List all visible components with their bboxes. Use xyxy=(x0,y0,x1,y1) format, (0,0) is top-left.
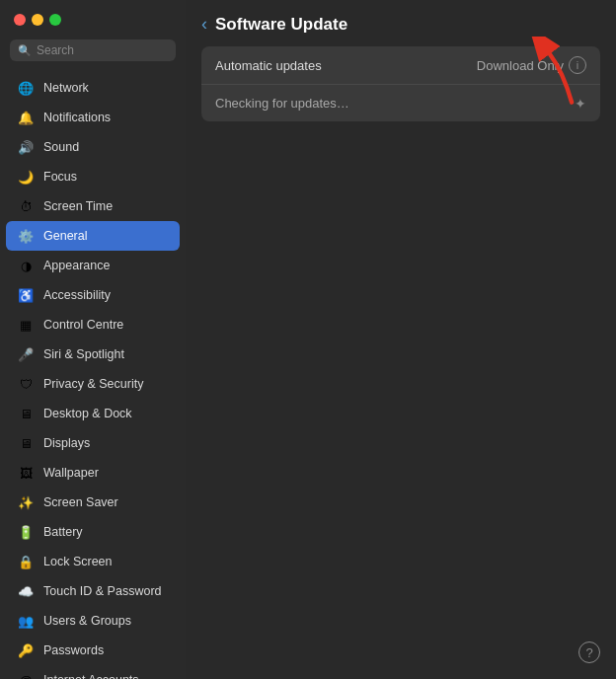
main-content: ‹ Software Update Automatic updates Down… xyxy=(186,0,616,679)
maximize-button[interactable] xyxy=(49,14,61,26)
control-centre-icon: ▦ xyxy=(16,315,36,335)
sidebar-item-siri-spotlight[interactable]: 🎤Siri & Spotlight xyxy=(6,340,180,369)
sidebar-item-label-network: Network xyxy=(43,81,89,95)
sidebar-item-label-sound: Sound xyxy=(43,140,79,154)
notifications-icon: 🔔 xyxy=(16,108,36,127)
sidebar-item-lock-screen[interactable]: 🔒Lock Screen xyxy=(6,547,180,576)
wallpaper-icon: 🖼 xyxy=(16,463,36,483)
sidebar-item-network[interactable]: 🌐Network xyxy=(6,73,180,103)
sidebar-item-label-lock-screen: Lock Screen xyxy=(43,555,112,568)
sidebar-item-notifications[interactable]: 🔔Notifications xyxy=(6,103,180,132)
sidebar-item-label-focus: Focus xyxy=(43,170,77,184)
sidebar-item-accessibility[interactable]: ♿Accessibility xyxy=(6,280,180,310)
displays-icon: 🖥 xyxy=(16,433,36,453)
checking-label: Checking for updates… xyxy=(215,96,349,111)
sidebar-list: 🌐Network🔔Notifications🔊Sound🌙Focus⏱Scree… xyxy=(0,71,186,679)
sidebar-item-label-accessibility: Accessibility xyxy=(43,288,111,302)
sidebar-item-desktop-dock[interactable]: 🖥Desktop & Dock xyxy=(6,399,180,428)
sidebar-item-displays[interactable]: 🖥Displays xyxy=(6,428,180,458)
search-input[interactable] xyxy=(37,43,168,57)
passwords-icon: 🔑 xyxy=(16,641,36,660)
sidebar-item-label-touch-id: Touch ID & Password xyxy=(43,584,162,598)
sound-icon: 🔊 xyxy=(16,137,36,157)
sidebar-item-label-displays: Displays xyxy=(43,436,90,450)
minimize-button[interactable] xyxy=(32,14,43,26)
sidebar: 🔍 🌐Network🔔Notifications🔊Sound🌙Focus⏱Scr… xyxy=(0,0,186,679)
sidebar-item-label-screen-time: Screen Time xyxy=(43,199,113,213)
desktop-dock-icon: 🖥 xyxy=(16,404,36,423)
screen-time-icon: ⏱ xyxy=(16,196,36,216)
info-button[interactable]: i xyxy=(569,56,586,74)
sidebar-item-label-general: General xyxy=(43,229,87,243)
users-groups-icon: 👥 xyxy=(16,611,36,631)
internet-accounts-icon: @ xyxy=(16,670,36,679)
sidebar-item-battery[interactable]: 🔋Battery xyxy=(6,517,180,547)
sidebar-item-label-internet-accounts: Internet Accounts xyxy=(43,673,139,679)
accessibility-icon: ♿ xyxy=(16,285,36,305)
spinner-icon: ✦ xyxy=(575,96,586,112)
automatic-updates-value: Download Only i xyxy=(477,56,586,74)
sidebar-item-focus[interactable]: 🌙Focus xyxy=(6,162,180,191)
sidebar-item-wallpaper[interactable]: 🖼Wallpaper xyxy=(6,458,180,488)
traffic-lights xyxy=(0,0,186,34)
download-only-text: Download Only xyxy=(477,58,564,73)
sidebar-item-privacy-security[interactable]: 🛡Privacy & Security xyxy=(6,369,180,399)
appearance-icon: ◑ xyxy=(16,256,36,275)
sidebar-item-label-passwords: Passwords xyxy=(43,643,104,657)
back-button[interactable]: ‹ xyxy=(201,14,207,35)
privacy-security-icon: 🛡 xyxy=(16,374,36,394)
screen-saver-icon: ✨ xyxy=(16,492,36,512)
sidebar-item-label-wallpaper: Wallpaper xyxy=(43,466,99,480)
sidebar-item-label-appearance: Appearance xyxy=(43,259,110,272)
sidebar-item-label-users-groups: Users & Groups xyxy=(43,614,131,628)
sidebar-item-passwords[interactable]: 🔑Passwords xyxy=(6,636,180,665)
sidebar-item-label-desktop-dock: Desktop & Dock xyxy=(43,407,132,420)
battery-icon: 🔋 xyxy=(16,522,36,542)
focus-icon: 🌙 xyxy=(16,167,36,187)
network-icon: 🌐 xyxy=(16,78,36,98)
sidebar-item-users-groups[interactable]: 👥Users & Groups xyxy=(6,606,180,636)
update-settings-row: Automatic updates Download Only i Checki… xyxy=(201,46,600,121)
lock-screen-icon: 🔒 xyxy=(16,552,36,571)
general-icon: ⚙️ xyxy=(16,226,36,246)
checking-updates-row: Checking for updates… ✦ xyxy=(201,84,600,121)
sidebar-item-general[interactable]: ⚙️General xyxy=(6,221,180,251)
sidebar-item-label-battery: Battery xyxy=(43,525,83,539)
automatic-updates-row: Automatic updates Download Only i xyxy=(201,46,600,84)
help-button[interactable]: ? xyxy=(578,641,600,663)
sidebar-item-label-notifications: Notifications xyxy=(43,111,111,124)
search-box[interactable]: 🔍 xyxy=(10,39,176,61)
sidebar-item-label-screen-saver: Screen Saver xyxy=(43,495,118,509)
sidebar-item-label-control-centre: Control Centre xyxy=(43,318,123,332)
sidebar-item-label-privacy-security: Privacy & Security xyxy=(43,377,143,391)
close-button[interactable] xyxy=(14,14,26,26)
siri-spotlight-icon: 🎤 xyxy=(16,344,36,364)
automatic-updates-label: Automatic updates xyxy=(215,58,322,73)
sidebar-item-internet-accounts[interactable]: @Internet Accounts xyxy=(6,665,180,679)
touch-id-icon: ☁️ xyxy=(16,581,36,601)
page-title: Software Update xyxy=(215,15,347,35)
sidebar-item-label-siri-spotlight: Siri & Spotlight xyxy=(43,347,124,361)
sidebar-item-control-centre[interactable]: ▦Control Centre xyxy=(6,310,180,340)
content-area: Automatic updates Download Only i Checki… xyxy=(186,46,616,121)
sidebar-item-screen-saver[interactable]: ✨Screen Saver xyxy=(6,488,180,517)
main-body: Automatic updates Download Only i Checki… xyxy=(186,46,616,679)
sidebar-item-screen-time[interactable]: ⏱Screen Time xyxy=(6,191,180,221)
sidebar-item-appearance[interactable]: ◑Appearance xyxy=(6,251,180,280)
title-bar: ‹ Software Update xyxy=(186,0,616,46)
sidebar-item-touch-id[interactable]: ☁️Touch ID & Password xyxy=(6,576,180,606)
search-icon: 🔍 xyxy=(18,44,32,57)
sidebar-item-sound[interactable]: 🔊Sound xyxy=(6,132,180,162)
